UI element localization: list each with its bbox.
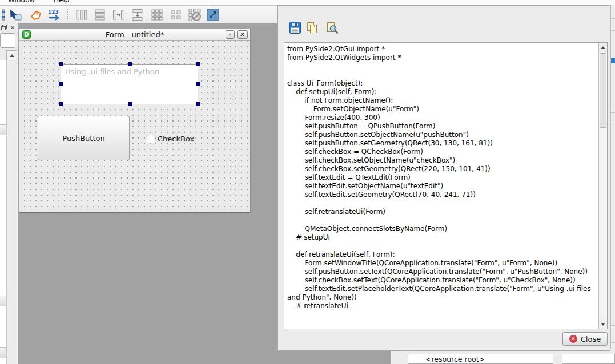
up-arrow-icon — [10, 54, 14, 57]
resource-panel[interactable] — [562, 354, 615, 364]
layout-horizontal-icon[interactable] — [74, 7, 89, 22]
scrollbar-thumb[interactable] — [600, 53, 606, 128]
code-preview-dialog: from PySide2.QtGui import * from PySide2… — [277, 5, 610, 351]
selection-handle[interactable] — [128, 62, 132, 66]
down-arrow-icon — [601, 323, 605, 326]
layout-vertical-icon[interactable] — [93, 7, 107, 22]
selected-row-fragment — [611, 58, 615, 63]
svg-text:123: 123 — [48, 9, 59, 15]
selection-handle[interactable] — [59, 62, 63, 66]
close-button[interactable]: ✕ — [237, 30, 248, 39]
dialog-close-button[interactable]: ✕ Close — [562, 332, 608, 346]
widget-category[interactable] — [0, 124, 6, 135]
widget-box-list[interactable] — [0, 60, 6, 364]
resource-root-item[interactable]: <resource root> — [408, 354, 553, 364]
toolbar-separator — [67, 9, 68, 21]
selection-handle[interactable] — [196, 102, 200, 106]
layout-form-icon[interactable] — [168, 7, 183, 22]
textedit-widget[interactable]: Using .ui files and Python — [61, 64, 198, 104]
minimize-button[interactable]: - — [226, 30, 235, 39]
checkbox-indicator[interactable] — [147, 136, 154, 143]
selection-handle[interactable] — [59, 82, 63, 86]
menu-help[interactable]: Help — [54, 0, 69, 4]
edit-widgets-icon[interactable] — [0, 7, 6, 22]
qt-designer-screen: Window Help 123 — [0, 0, 615, 364]
find-icon[interactable] — [325, 21, 339, 35]
edit-tab-order-icon[interactable]: 123 — [47, 7, 62, 22]
widget-box-scrollbar[interactable] — [6, 60, 17, 364]
break-layout-icon[interactable] — [187, 7, 202, 22]
widget-box-scroll-up[interactable] — [6, 50, 17, 60]
widget-filter-input[interactable] — [0, 33, 15, 48]
up-arrow-icon — [601, 46, 605, 49]
menu-window[interactable]: Window — [8, 0, 35, 4]
layout-splitter-vertical-icon[interactable] — [130, 7, 145, 22]
checkbox-widget[interactable]: CheckBox — [158, 135, 194, 143]
save-icon[interactable] — [288, 21, 302, 35]
row-fragment — [611, 342, 615, 343]
right-dock-sliver — [610, 5, 615, 351]
selection-handle[interactable] — [59, 102, 63, 106]
copy-icon[interactable] — [306, 21, 319, 35]
edit-signals-slots-icon[interactable] — [8, 7, 23, 22]
row-fragment — [611, 112, 615, 113]
row-fragment — [611, 30, 615, 31]
form-window[interactable]: D Form - untitled* - ✕ Using .ui files a… — [19, 29, 251, 212]
toolbar: 123 — [0, 6, 277, 23]
layout-splitter-horizontal-icon[interactable] — [111, 7, 126, 22]
form-titlebar[interactable]: D Form - untitled* - ✕ — [19, 29, 250, 41]
widget-box-dock: ✕ — [0, 23, 18, 364]
widget-category[interactable] — [0, 347, 6, 358]
code-textarea[interactable]: from PySide2.QtGui import * from PySide2… — [284, 42, 608, 329]
textedit-placeholder: Using .ui files and Python — [61, 65, 198, 78]
pushbutton-widget[interactable]: PushButton — [38, 116, 130, 160]
code-scrollbar[interactable] — [598, 43, 607, 329]
scroll-up-button[interactable] — [599, 43, 607, 52]
form-canvas[interactable]: Using .ui files and Python PushButton Ch… — [19, 41, 250, 212]
form-window-title: Form - untitled* — [19, 30, 250, 39]
resource-browser-dock: <resource root> — [391, 349, 615, 364]
widget-category[interactable] — [0, 296, 6, 306]
layout-grid-icon[interactable] — [150, 7, 164, 22]
row-fragment — [611, 325, 615, 326]
row-fragment — [611, 120, 615, 120]
edit-buddies-icon[interactable] — [29, 7, 43, 22]
dock-float-icon[interactable] — [0, 23, 8, 31]
selection-handle[interactable] — [128, 102, 132, 106]
close-button-label: Close — [581, 335, 601, 343]
row-fragment — [611, 18, 615, 19]
scroll-down-button[interactable] — [599, 319, 607, 329]
selection-handle[interactable] — [196, 82, 200, 86]
close-circle-icon: ✕ — [569, 335, 577, 343]
selection-handle[interactable] — [196, 62, 200, 66]
dock-close-icon[interactable]: ✕ — [9, 23, 17, 31]
row-fragment — [611, 43, 615, 43]
python-code: from PySide2.QtGui import * from PySide2… — [284, 43, 594, 313]
adjust-size-icon[interactable] — [206, 7, 220, 22]
